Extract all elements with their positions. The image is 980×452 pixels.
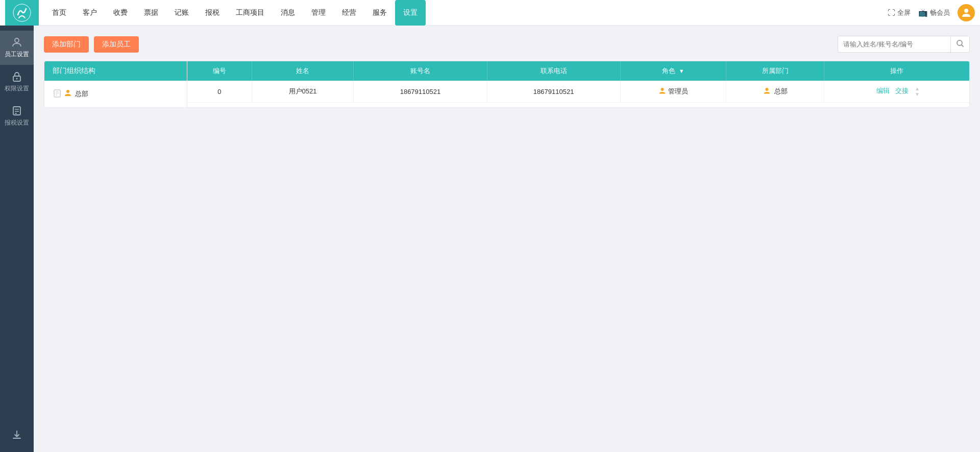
emp-table: 编号 姓名 账号名 联系电话 角色 ▼ 所属部门 操作 0 用户0521 bbox=[187, 61, 969, 103]
fullscreen-label: 全屏 bbox=[897, 8, 911, 17]
nav-customer[interactable]: 客户 bbox=[75, 0, 105, 26]
svg-point-2 bbox=[15, 38, 19, 42]
nav-business[interactable]: 工商项目 bbox=[228, 0, 273, 26]
nav-service[interactable]: 服务 bbox=[364, 0, 395, 26]
col-phone: 联系电话 bbox=[487, 61, 620, 81]
scroll-down-arrow[interactable]: ▼ bbox=[915, 91, 920, 97]
nav-message[interactable]: 消息 bbox=[273, 0, 303, 26]
dept-item-label: 总部 bbox=[75, 89, 88, 99]
sidebar-employee-label: 员工设置 bbox=[5, 50, 29, 59]
dept-file-icon bbox=[54, 89, 61, 99]
dept-tree-body: 总部 bbox=[44, 81, 187, 107]
search-button[interactable] bbox=[950, 36, 969, 52]
nav-settings[interactable]: 设置 bbox=[395, 0, 426, 26]
cell-name: 用户0521 bbox=[252, 81, 354, 103]
avatar-icon bbox=[960, 7, 972, 19]
main-content: 添加部门 添加员工 部门组织结构 bbox=[34, 26, 980, 452]
fullscreen-btn[interactable]: ⛶ 全屏 bbox=[888, 8, 911, 17]
add-dept-button[interactable]: 添加部门 bbox=[44, 36, 89, 53]
svg-point-10 bbox=[765, 88, 768, 91]
svg-point-9 bbox=[660, 88, 664, 91]
tv-icon: 📺 bbox=[918, 8, 928, 17]
download-icon bbox=[11, 430, 22, 441]
dept-tree-header: 部门组织结构 bbox=[44, 61, 187, 81]
col-action: 操作 bbox=[824, 61, 969, 81]
content-area: 部门组织结构 总部 bbox=[44, 61, 970, 108]
logo[interactable] bbox=[5, 0, 39, 26]
emp-table-area: 编号 姓名 账号名 联系电话 角色 ▼ 所属部门 操作 0 用户0521 bbox=[187, 61, 969, 107]
sidebar-item-employee[interactable]: 员工设置 bbox=[0, 31, 34, 65]
scroll-arrows: ▲ ▼ bbox=[915, 86, 920, 97]
add-emp-button[interactable]: 添加员工 bbox=[94, 36, 139, 53]
member-label: 畅会员 bbox=[930, 8, 950, 17]
taxsettings-icon bbox=[11, 105, 22, 116]
col-dept: 所属部门 bbox=[726, 61, 824, 81]
toolbar: 添加部门 添加员工 bbox=[44, 36, 970, 53]
avatar[interactable] bbox=[958, 4, 975, 21]
logo-icon bbox=[13, 4, 31, 22]
cell-phone: 18679110521 bbox=[487, 81, 620, 103]
cell-id: 0 bbox=[187, 81, 252, 103]
search-input[interactable] bbox=[838, 37, 950, 51]
nav-fee[interactable]: 收费 bbox=[105, 0, 136, 26]
nav-bookkeeping[interactable]: 记账 bbox=[166, 0, 197, 26]
sidebar-permission-label: 权限设置 bbox=[5, 84, 29, 93]
svg-point-8 bbox=[66, 90, 69, 93]
cell-dept: 总部 bbox=[726, 81, 824, 103]
svg-point-1 bbox=[964, 9, 968, 13]
cell-actions: 编辑 交接 ▲ ▼ bbox=[824, 81, 969, 103]
role-filter-icon: ▼ bbox=[679, 68, 684, 74]
sidebar-bottom bbox=[0, 423, 34, 452]
table-row: 0 用户0521 18679110521 18679110521 管理员 bbox=[187, 81, 969, 103]
sidebar: 员工设置 权限设置 报税设置 bbox=[0, 26, 34, 452]
dept-tree: 部门组织结构 总部 bbox=[44, 61, 187, 107]
employee-icon bbox=[11, 37, 22, 48]
member-btn[interactable]: 📺 畅会员 bbox=[918, 8, 950, 17]
sidebar-item-taxsettings[interactable]: 报税设置 bbox=[0, 99, 34, 133]
search-icon bbox=[956, 39, 964, 47]
col-name: 姓名 bbox=[252, 61, 354, 81]
sidebar-download-btn[interactable] bbox=[0, 423, 34, 447]
col-account: 账号名 bbox=[354, 61, 487, 81]
sidebar-taxsettings-label: 报税设置 bbox=[5, 118, 29, 127]
scroll-up-arrow[interactable]: ▲ bbox=[915, 86, 920, 91]
nav-right: ⛶ 全屏 📺 畅会员 bbox=[888, 4, 975, 21]
search-box bbox=[838, 36, 970, 53]
cell-account: 18679110521 bbox=[354, 81, 487, 103]
nav-manage[interactable]: 管理 bbox=[303, 0, 334, 26]
permission-icon bbox=[11, 71, 22, 82]
edit-link[interactable]: 编辑 bbox=[876, 87, 890, 94]
dept-user-icon bbox=[64, 89, 72, 99]
col-role[interactable]: 角色 ▼ bbox=[620, 61, 726, 81]
nav-tax[interactable]: 报税 bbox=[197, 0, 228, 26]
role-user-icon bbox=[658, 87, 666, 96]
nav-ticket[interactable]: 票据 bbox=[136, 0, 166, 26]
svg-point-4 bbox=[16, 78, 18, 80]
fullscreen-icon: ⛶ bbox=[888, 8, 895, 17]
nav-operation[interactable]: 经营 bbox=[334, 0, 364, 26]
dept-row-icon bbox=[763, 87, 772, 96]
cell-role: 管理员 bbox=[620, 81, 726, 103]
dept-item-root[interactable]: 总部 bbox=[50, 86, 182, 102]
top-nav: 首页 客户 收费 票据 记账 报税 工商项目 消息 管理 经营 服务 设置 ⛶ … bbox=[0, 0, 980, 26]
svg-point-0 bbox=[13, 4, 31, 21]
transfer-link[interactable]: 交接 bbox=[895, 87, 909, 94]
sidebar-item-permission[interactable]: 权限设置 bbox=[0, 65, 34, 99]
nav-home[interactable]: 首页 bbox=[44, 0, 75, 26]
col-id: 编号 bbox=[187, 61, 252, 81]
nav-items: 首页 客户 收费 票据 记账 报税 工商项目 消息 管理 经营 服务 设置 bbox=[44, 0, 888, 26]
